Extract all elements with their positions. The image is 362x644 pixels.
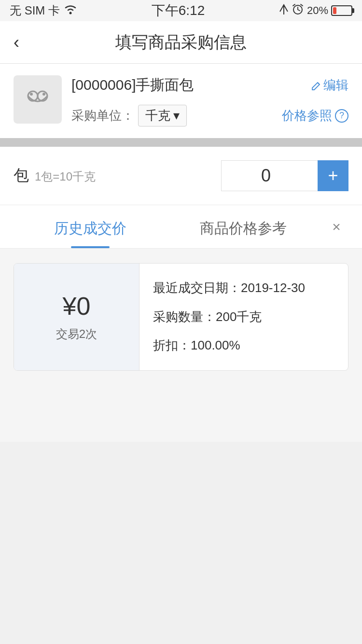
unit-label: 采购单位：	[71, 107, 134, 124]
product-info: [0000006]手撕面包 编辑 采购单位： 千克 ▾ 价格参照 ?	[71, 75, 348, 126]
nav-bar: ‹ 填写商品采购信息	[0, 21, 362, 64]
svg-point-0	[70, 12, 72, 14]
trade-count: 交易2次	[56, 326, 97, 342]
product-name-row: [0000006]手撕面包 编辑	[71, 75, 348, 95]
tab-bar: 历史成交价 商品价格参考 ×	[0, 205, 362, 249]
edit-button[interactable]: 编辑	[311, 77, 348, 94]
status-right: 20%	[279, 3, 352, 18]
price-ref-button[interactable]: 价格参照 ?	[282, 107, 348, 124]
tab-history-price[interactable]: 历史成交价	[14, 205, 167, 248]
discount-row: 折扣：100.00%	[153, 336, 334, 356]
product-card: [0000006]手撕面包 编辑 采购单位： 千克 ▾ 价格参照 ?	[0, 64, 362, 138]
page-title: 填写商品采购信息	[115, 31, 247, 54]
recent-date-row: 最近成交日期：2019-12-30	[153, 278, 334, 298]
price-detail-col: 最近成交日期：2019-12-30 采购数量：200千克 折扣：100.00%	[139, 264, 348, 370]
status-left: 无 SIM 卡	[10, 3, 77, 18]
alarm-icon	[292, 3, 304, 18]
status-time: 下午6:12	[152, 1, 205, 20]
dropdown-icon: ▾	[173, 108, 180, 123]
location-icon	[279, 4, 289, 17]
price-amount: ¥0	[63, 292, 91, 321]
status-bar: 无 SIM 卡 下午6:12 20%	[0, 0, 362, 21]
price-ref-help-icon: ?	[335, 109, 348, 123]
back-button[interactable]: ‹	[14, 32, 19, 53]
quantity-right: +	[221, 160, 348, 191]
purchase-qty-row: 采购数量：200千克	[153, 307, 334, 327]
quantity-row: 包 1包=10千克 +	[0, 147, 362, 205]
tab-product-price-ref[interactable]: 商品价格参考	[167, 205, 320, 248]
panel-content: ¥0 交易2次 最近成交日期：2019-12-30 采购数量：200千克 折扣：…	[0, 249, 362, 442]
pkg-label: 包	[14, 165, 29, 186]
pkg-unit-hint: 1包=10千克	[35, 169, 96, 184]
carrier-label: 无 SIM 卡	[10, 3, 60, 18]
product-name: [0000006]手撕面包	[71, 75, 194, 95]
unit-row: 采购单位： 千克 ▾ 价格参照 ?	[71, 105, 348, 126]
svg-point-5	[42, 93, 45, 96]
wifi-icon	[64, 4, 77, 17]
quantity-input[interactable]	[221, 160, 318, 191]
unit-select[interactable]: 千克 ▾	[138, 105, 187, 126]
price-card: ¥0 交易2次 最近成交日期：2019-12-30 采购数量：200千克 折扣：…	[14, 263, 348, 371]
svg-point-4	[30, 93, 33, 96]
quantity-left: 包 1包=10千克	[14, 165, 96, 186]
price-summary-col: ¥0 交易2次	[14, 264, 139, 370]
quantity-plus-button[interactable]: +	[318, 160, 348, 191]
battery-percent: 20%	[307, 4, 328, 17]
battery-icon	[331, 5, 352, 16]
tab-active-indicator	[71, 246, 110, 248]
divider-bar	[0, 138, 362, 147]
product-thumbnail	[14, 75, 62, 124]
tab-close-button[interactable]: ×	[324, 215, 348, 239]
